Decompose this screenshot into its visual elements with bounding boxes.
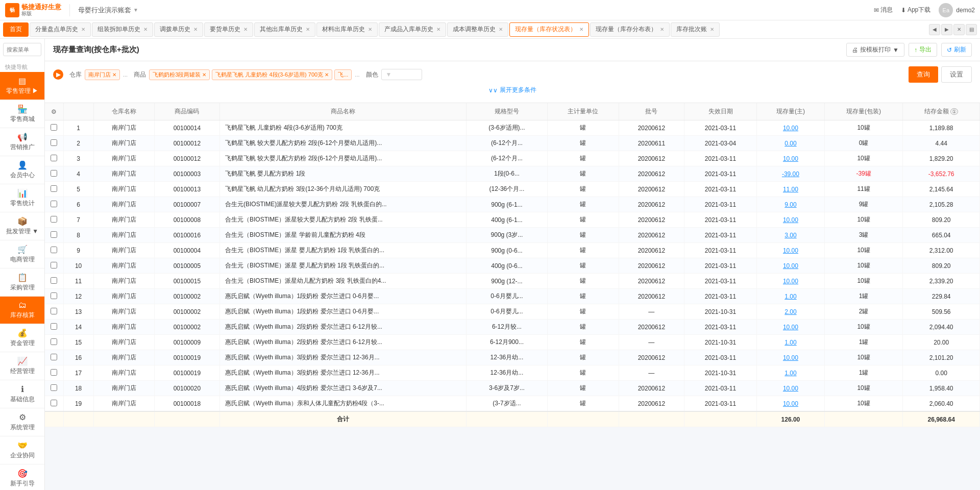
industry-selector[interactable]: 母婴行业演示账套 ▼ xyxy=(78,6,138,15)
cell-checkbox[interactable] xyxy=(45,350,63,365)
cell-stock-main[interactable]: 10.00 xyxy=(757,274,825,289)
cell-stock-main[interactable]: 0.00 xyxy=(757,136,825,151)
close-icon[interactable]: ✕ xyxy=(193,27,198,32)
cell-stock-main[interactable]: 10.00 xyxy=(757,320,825,335)
tab-yaohuo[interactable]: 要货单历史 ✕ xyxy=(204,22,253,37)
sidebar-item-retail[interactable]: ▤ 零售管理 ▶ xyxy=(0,72,44,100)
sidebar-item-finance[interactable]: 💰 资金管理 xyxy=(0,324,44,352)
expand-more-btn[interactable]: ∨∨ 展开更多条件 xyxy=(488,86,536,94)
close-icon[interactable]: ✕ xyxy=(579,27,583,32)
product-tag-1-close[interactable]: ✕ xyxy=(325,72,329,78)
tab-cost-adj[interactable]: 成本调整单历史 ✕ xyxy=(447,22,508,37)
tab-close-btn[interactable]: ✕ xyxy=(953,24,965,35)
cell-checkbox[interactable] xyxy=(45,274,63,289)
tab-prev-btn[interactable]: ◀ xyxy=(929,24,940,35)
sidebar-item-shop[interactable]: 🏪 零售商城 xyxy=(0,100,44,128)
th-name[interactable]: 商品名称 xyxy=(220,103,467,120)
close-icon[interactable]: ✕ xyxy=(499,27,503,32)
cell-checkbox[interactable] xyxy=(45,335,63,350)
cell-stock-main[interactable]: 10.00 xyxy=(757,151,825,166)
close-icon[interactable]: ✕ xyxy=(81,27,85,32)
cell-stock-main[interactable]: 1.00 xyxy=(757,335,825,350)
cell-checkbox[interactable] xyxy=(45,304,63,320)
cell-checkbox[interactable] xyxy=(45,212,63,228)
cell-checkbox[interactable] xyxy=(45,120,63,136)
tab-stock-status[interactable]: 现存量（库存状况表） ✕ xyxy=(509,22,589,37)
query-button[interactable]: 查询 xyxy=(909,66,938,83)
cell-checkbox[interactable] xyxy=(45,396,63,412)
sidebar-item-purchase[interactable]: 📋 采购管理 xyxy=(0,268,44,297)
message-btn[interactable]: ✉ 消息 xyxy=(874,6,893,14)
cell-checkbox[interactable] xyxy=(45,166,63,182)
cell-checkbox[interactable] xyxy=(45,258,63,274)
sidebar-item-stats[interactable]: 📊 零售统计 xyxy=(0,184,44,212)
close-icon[interactable]: ✕ xyxy=(243,27,248,32)
close-icon[interactable]: ✕ xyxy=(306,27,310,32)
cell-stock-main[interactable]: 10.00 xyxy=(757,258,825,274)
tab-stock-dist[interactable]: 现存量（库存分布表） ✕ xyxy=(590,22,670,37)
sidebar-item-wholesale[interactable]: 📦 批发管理 ▼ xyxy=(0,212,44,240)
cell-checkbox[interactable] xyxy=(45,136,63,151)
cell-checkbox[interactable] xyxy=(45,228,63,243)
cell-stock-main[interactable]: 11.00 xyxy=(757,182,825,197)
sidebar-item-basic[interactable]: ℹ 基础信息 xyxy=(0,380,44,408)
cell-checkbox[interactable] xyxy=(45,151,63,166)
warehouse-tag-close[interactable]: ✕ xyxy=(112,72,116,78)
color-dropdown[interactable]: ▼ xyxy=(381,69,422,80)
app-download-btn[interactable]: ⬇ App下载 xyxy=(901,6,930,14)
search-input[interactable] xyxy=(3,43,41,56)
refresh-button[interactable]: ↺ 刷新 xyxy=(941,43,972,57)
cell-stock-main[interactable]: 10.00 xyxy=(757,381,825,396)
cell-checkbox[interactable] xyxy=(45,243,63,258)
close-icon[interactable]: ✕ xyxy=(143,27,148,32)
tab-home[interactable]: 首页 xyxy=(3,22,29,37)
sidebar-item-member[interactable]: 👤 会员中心 xyxy=(0,156,44,184)
tab-next-btn[interactable]: ▶ xyxy=(941,24,952,35)
cell-checkbox[interactable] xyxy=(45,289,63,304)
cell-stock-main[interactable]: 10.00 xyxy=(757,120,825,136)
cell-checkbox[interactable] xyxy=(45,197,63,212)
cell-stock-main[interactable]: 10.00 xyxy=(757,350,825,365)
close-icon[interactable]: ✕ xyxy=(660,27,664,32)
th-stock-pkg[interactable]: 现存量(包装) xyxy=(824,103,902,120)
tab-tiaopo[interactable]: 调拨单历史 ✕ xyxy=(154,22,203,37)
sidebar-item-corp[interactable]: 🤝 企业协同 xyxy=(0,436,44,464)
tab-zuhe[interactable]: 组装拆卸单历史 ✕ xyxy=(92,22,153,37)
cell-stock-main[interactable]: 9.00 xyxy=(757,197,825,212)
user-area[interactable]: Ea demo2 xyxy=(939,3,975,17)
cell-checkbox[interactable] xyxy=(45,320,63,335)
th-unit[interactable]: 主计量单位 xyxy=(548,103,619,120)
cell-checkbox[interactable] xyxy=(45,365,63,381)
product-tag-0-close[interactable]: ✕ xyxy=(202,72,206,78)
th-balance[interactable]: 结存金额 ① xyxy=(903,103,980,120)
tab-product-in[interactable]: 产成品入库单历史 ✕ xyxy=(379,22,446,37)
th-spec[interactable]: 规格型号 xyxy=(466,103,547,120)
close-icon[interactable]: ✕ xyxy=(710,27,714,32)
tab-material[interactable]: 材料出库单历史 ✕ xyxy=(316,22,378,37)
close-icon[interactable]: ✕ xyxy=(368,27,372,32)
th-expire[interactable]: 失效日期 xyxy=(684,103,757,120)
cell-stock-main[interactable]: 1.00 xyxy=(757,289,825,304)
th-stock-main[interactable]: 现存量(主) xyxy=(757,103,825,120)
th-batch[interactable]: 批号 xyxy=(619,103,684,120)
sidebar-item-marketing[interactable]: 📢 营销推广 xyxy=(0,128,44,156)
th-code[interactable]: 商品编码 xyxy=(154,103,219,120)
cell-stock-main[interactable]: 10.00 xyxy=(757,243,825,258)
sidebar-item-ecommerce[interactable]: 🛒 电商管理 xyxy=(0,240,44,268)
print-button[interactable]: 🖨 按模板打印 ▼ xyxy=(846,43,904,57)
cell-stock-main[interactable]: 1.00 xyxy=(757,365,825,381)
cell-checkbox[interactable] xyxy=(45,182,63,197)
cell-checkbox[interactable] xyxy=(45,381,63,396)
tab-menu-btn[interactable]: ▤ xyxy=(966,24,977,35)
sidebar-item-inventory[interactable]: 🗂 库存核算 xyxy=(0,297,44,324)
cell-stock-main[interactable]: 10.00 xyxy=(757,396,825,412)
sidebar-item-system[interactable]: ⚙ 系统管理 xyxy=(0,408,44,436)
sidebar-item-guide[interactable]: 🎯 新手引导 xyxy=(0,464,44,490)
tab-fen-liang[interactable]: 分量盘点单历史 ✕ xyxy=(30,22,91,37)
cell-stock-main[interactable]: 3.00 xyxy=(757,228,825,243)
tab-batch[interactable]: 库存批次账 ✕ xyxy=(671,22,720,37)
tab-other-out[interactable]: 其他出库单历史 ✕ xyxy=(254,22,315,37)
close-icon[interactable]: ✕ xyxy=(436,27,440,32)
sidebar-item-management[interactable]: 📈 经营管理 xyxy=(0,352,44,380)
export-button[interactable]: ↑ 导出 xyxy=(909,43,937,57)
